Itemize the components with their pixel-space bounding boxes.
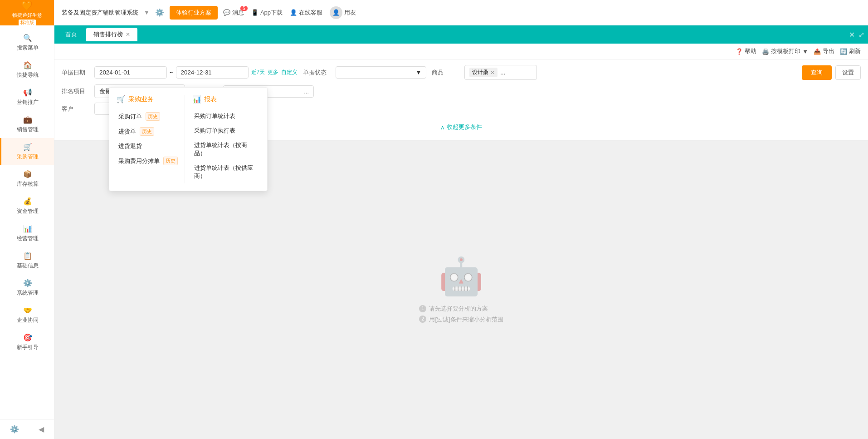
report-col: 📊 报表 采购订单统计表 采购订单执行表 进货单统计表（按商品） 进货单统计表（…	[185, 95, 260, 183]
refresh-btn[interactable]: 🔄 刷新	[840, 47, 861, 55]
export-btn[interactable]: 📤 导出	[814, 47, 834, 55]
date-from-input[interactable]	[94, 66, 167, 79]
receive-stats-goods-label: 进货单统计表（按商品）	[194, 141, 258, 158]
collapse-icon: ∧	[440, 124, 445, 131]
tab-sales-ranking[interactable]: 销售排行榜 ✕	[86, 28, 137, 41]
empty-tip-2: 2 用[过滤]条件来缩小分析范围	[419, 314, 503, 325]
purchase-dropdown-menu: 🛒 采购业务 采购订单 历史 进货单 历史 进货退货	[109, 87, 268, 191]
status-select[interactable]: ▼	[336, 66, 426, 79]
sidebar-item-marketing[interactable]: 📢 营销推广	[0, 84, 54, 111]
shortcut-7days[interactable]: 近7天	[251, 69, 265, 76]
shortcut-custom[interactable]: 自定义	[281, 69, 297, 76]
sidebar-item-basic-info[interactable]: 📋 基础信息	[0, 247, 54, 274]
purchase-order-history-tag: 历史	[146, 112, 160, 121]
export-label: 导出	[823, 47, 834, 55]
report-header: 📊 报表	[192, 95, 260, 104]
goods-select[interactable]: 设计桑 ✕ ...	[464, 65, 537, 80]
goods-more-icon[interactable]: ...	[500, 69, 505, 76]
empty-tips: 1 请先选择要分析的方案 2 用[过滤]条件来缩小分析范围	[419, 303, 503, 325]
content-area: ❓ 帮助 🖨️ 按模板打印 ▼ 📤 导出 🔄 刷新 单据日期	[54, 44, 868, 439]
sidebar-item-system[interactable]: ⚙️ 系统管理	[0, 274, 54, 301]
guide-icon: 🎯	[23, 333, 32, 342]
sidebar-label-sales: 销售管理	[17, 126, 39, 133]
menu-receive-stats-supplier[interactable]: 进货单统计表（按供应商）	[192, 161, 260, 183]
order-execute-label: 采购订单执行表	[194, 127, 235, 135]
user-avatar: 👤	[330, 6, 342, 19]
sidebar-label-finance: 资金管理	[17, 207, 39, 215]
filter-row-1: 单据日期 ~ 近7天 更多 自定义 单据状态 ▼ 商品 设计桑	[62, 65, 861, 80]
marketing-icon: 📢	[23, 88, 32, 97]
settings-footer-btn[interactable]: ⚙️	[10, 425, 19, 434]
help-label: 帮助	[745, 47, 756, 55]
app-download-btn[interactable]: 📱 App下载	[251, 9, 283, 17]
sales-icon: 💼	[23, 115, 32, 124]
order-stats-label: 采购订单统计表	[194, 112, 235, 120]
date-to-input[interactable]	[176, 66, 249, 79]
user-menu-btn[interactable]: 👤 用友	[330, 6, 356, 19]
purchase-business-title: 采购业务	[128, 95, 154, 104]
menu-order-stats[interactable]: 采购订单统计表	[192, 109, 260, 123]
purchase-business-icon: 🛒	[117, 95, 126, 104]
chevron-down-icon: ▼	[415, 69, 421, 76]
menu-purchase-order[interactable]: 采购订单 历史	[117, 109, 185, 124]
collapse-sidebar-btn[interactable]: ◀	[39, 425, 44, 434]
sidebar-item-sales[interactable]: 💼 销售管理	[0, 111, 54, 138]
menu-receive-goods[interactable]: 进货单 历史	[117, 124, 185, 139]
settings-icon[interactable]: ⚙️	[155, 8, 164, 17]
shortcut-more[interactable]: 更多	[268, 69, 278, 76]
print-icon: 🖨️	[762, 48, 769, 55]
help-btn[interactable]: ❓ 帮助	[736, 47, 756, 55]
sidebar-item-quick-nav[interactable]: 🏠 快捷导航	[0, 56, 54, 84]
sidebar-item-operations[interactable]: 📊 经营管理	[0, 220, 54, 247]
tab-sales-ranking-label: 销售排行榜	[93, 30, 123, 39]
sidebar-item-search[interactable]: 🔍 搜索菜单	[0, 29, 54, 56]
refresh-label: 刷新	[849, 47, 861, 55]
sidebar-label-operations: 经营管理	[17, 235, 39, 242]
sidebar-item-guide[interactable]: 🎯 新手引导	[0, 329, 54, 356]
goods-label: 商品	[432, 69, 459, 77]
sidebar-footer: ⚙️ ◀	[0, 419, 54, 439]
report-title: 报表	[204, 95, 217, 104]
salesperson-more[interactable]: ...	[304, 88, 309, 95]
sidebar-item-enterprise[interactable]: 🤝 企业协同	[0, 301, 54, 329]
message-icon: 💬	[223, 9, 230, 16]
sidebar-label-basic-info: 基础信息	[17, 262, 39, 270]
sidebar-item-finance[interactable]: 💰 资金管理	[0, 192, 54, 220]
industry-solution-btn[interactable]: 体验行业方案	[170, 6, 218, 20]
print-btn[interactable]: 🖨️ 按模板打印 ▼	[762, 47, 808, 55]
customer-label: 客户	[62, 105, 89, 113]
search-icon: 🔍	[23, 34, 32, 42]
query-btn[interactable]: 查询	[802, 65, 832, 80]
setting-btn[interactable]: 设置	[835, 65, 861, 80]
tab-close-window-btn[interactable]: ✕	[849, 30, 855, 39]
sidebar-item-purchase[interactable]: 🛒 采购管理	[0, 138, 54, 165]
sidebar-item-inventory[interactable]: 📦 库存核算	[0, 165, 54, 192]
online-service-label: 在线客服	[299, 9, 322, 17]
sidebar-label-purchase: 采购管理	[17, 153, 39, 161]
operations-icon: 📊	[23, 224, 32, 233]
tab-expand-btn[interactable]: ⤢	[858, 30, 864, 39]
sidebar-label-inventory: 库存核算	[17, 180, 39, 188]
menu-order-execute[interactable]: 采购订单执行表	[192, 123, 260, 138]
basic-info-icon: 📋	[23, 252, 32, 260]
tab-close-btn[interactable]: ✕	[126, 31, 130, 38]
goods-tag-remove[interactable]: ✕	[490, 69, 495, 76]
menu-purchase-expense[interactable]: 采购费用分摊单 历史	[117, 153, 185, 168]
sidebar-label-search: 搜索菜单	[17, 44, 39, 52]
main-content: 装备及固定资产辅助管理系统 ▼ ⚙️ 体验行业方案 💬 消息 5 📱 App下载…	[54, 0, 868, 439]
tabbar-right: ✕ ⤢	[849, 30, 864, 39]
collapse-filter-btn[interactable]: ∧ 收起更多条件	[440, 123, 482, 131]
app-name: 畅捷通好生意	[12, 12, 42, 19]
filter-actions: 查询 设置	[802, 65, 861, 80]
goods-tag-label: 设计桑	[472, 69, 488, 76]
topbar: 装备及固定资产辅助管理系统 ▼ ⚙️ 体验行业方案 💬 消息 5 📱 App下载…	[54, 0, 868, 25]
online-service-btn[interactable]: 👤 在线客服	[290, 9, 322, 17]
tab-home[interactable]: 首页	[58, 28, 84, 41]
return-goods-label: 进货退货	[118, 142, 142, 150]
menu-return-goods[interactable]: 进货退货	[117, 139, 185, 153]
notification-btn[interactable]: 💬 消息 5	[223, 9, 244, 17]
menu-receive-stats-goods[interactable]: 进货单统计表（按商品）	[192, 138, 260, 161]
purchase-business-header: 🛒 采购业务	[117, 95, 185, 104]
system-dropdown-btn[interactable]: ▼	[144, 9, 150, 16]
topbar-right: 💬 消息 5 📱 App下载 👤 在线客服 👤 用友	[223, 6, 356, 19]
